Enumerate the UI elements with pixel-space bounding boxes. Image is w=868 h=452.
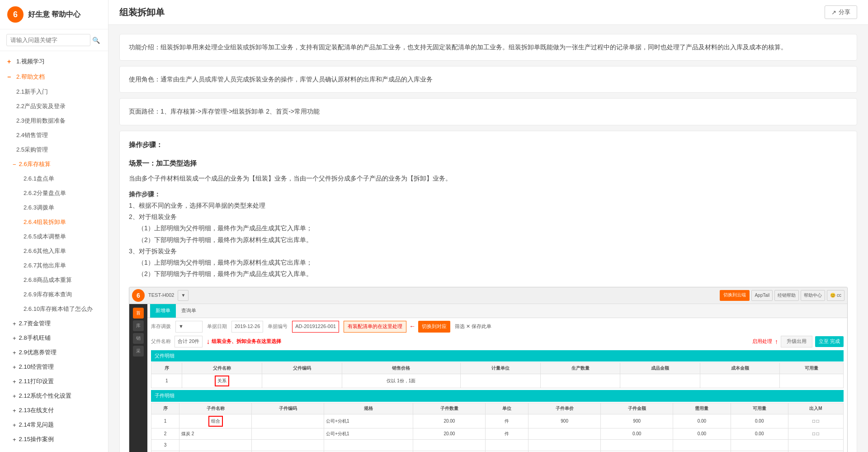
mock-th: 需用量 xyxy=(673,403,731,414)
mock-top-buttons: 切换到云端 AppTail 经销帮助 帮助中心 😊 cc xyxy=(720,290,844,301)
mock-bottom-table: 序 子件名称 子件编码 规格 子件数量 单位 子件单价 子件金额 需用量 xyxy=(151,403,844,452)
share-label: 分享 xyxy=(839,8,850,16)
mock-tab-new[interactable]: 新增单 xyxy=(150,304,176,318)
mock-logo: 6 xyxy=(132,289,145,302)
mock-th: 序 xyxy=(151,403,179,414)
path-card: 页面路径：1、库存核算->库存管理->组装拆卸单 2、首页->常用功能 xyxy=(119,98,857,125)
mock-tab-query[interactable]: 查询单 xyxy=(176,304,202,318)
sidebar-item-cases[interactable]: + 2.15操作案例 xyxy=(0,432,108,447)
mock-td: □ □ xyxy=(788,428,843,440)
mock-td: 件 xyxy=(486,428,528,440)
mock-th: 成品金额 xyxy=(620,363,700,374)
mock-table-row: 3 xyxy=(151,440,844,451)
sidebar-item-mobile[interactable]: + 2.8手机旺铺 xyxy=(0,331,108,345)
mock-th: 规格 xyxy=(324,403,413,414)
step3b: （2）下部明细为子件明细，最终作为产成品生成其它入库单。 xyxy=(138,268,848,280)
step3: 3、对于拆装业务 xyxy=(129,246,848,257)
mock-td xyxy=(620,374,700,388)
sidebar-item-faq[interactable]: + 2.14常见问题 xyxy=(0,418,108,432)
mock-td xyxy=(601,440,673,451)
top-bar: 组装拆卸单 ↗ 分享 xyxy=(108,0,868,25)
mock-top-table: 序 父件名称 父件编码 销售价格 计量单位 生产数量 成品金额 成本金额 可用量 xyxy=(151,362,844,388)
mock-th: 父件编码 xyxy=(262,363,342,374)
mock-field-label2: 单据日期 xyxy=(207,322,227,331)
mock-td xyxy=(780,374,844,388)
sidebar-item-inventory[interactable]: − 2.6库存核算 xyxy=(0,157,108,171)
logo-title: 好生意 帮助中心 xyxy=(28,10,80,19)
sidebar-item-ops[interactable]: + 2.10经营管理 xyxy=(0,360,108,374)
sidebar-item-inv267[interactable]: 2.6.7其他出库单 xyxy=(0,258,108,273)
mock-td xyxy=(252,440,324,451)
sidebar-item-docs[interactable]: − 2.帮助文档 xyxy=(0,69,108,85)
search-input[interactable] xyxy=(6,34,90,46)
mock-top-icon2: 经销帮助 xyxy=(774,290,799,301)
mock-top-table-header: 父件明细 xyxy=(151,350,844,362)
mock-td: 20.00 xyxy=(413,428,486,440)
mock-nav-icon4: 采 xyxy=(133,346,144,357)
sidebar-item-inv266[interactable]: 2.6.6其他入库单 xyxy=(0,244,108,258)
role-text: 使用角色：通常由生产人员或库管人员完成拆装业务的操作，库管人员确认原材料的出库和… xyxy=(129,74,848,85)
sidebar-item-sales[interactable]: 2.4销售管理 xyxy=(0,128,108,143)
mock-td xyxy=(528,428,601,440)
mock-parent-input: 合计 20件 xyxy=(175,336,203,347)
sidebar-item-finance[interactable]: + 2.7资金管理 xyxy=(0,316,108,331)
sidebar-item-newcomer[interactable]: 2.1新手入门 xyxy=(0,85,108,99)
mock-td xyxy=(486,440,528,451)
page-title: 组装拆卸单 xyxy=(119,6,165,19)
mock-tab-bar: 新增单 查询单 xyxy=(147,304,847,318)
mock-th: 出入M xyxy=(788,403,843,414)
mock-field-label1: 库存调拨 xyxy=(151,322,171,331)
mock-enable-field: 升级出用 xyxy=(781,336,812,347)
sidebar-item-data[interactable]: 2.3使用前数据准备 xyxy=(0,114,108,128)
nav-label: 2.6库存核算 xyxy=(19,160,51,168)
sidebar-item-inv264[interactable]: 2.6.4组装拆卸单 xyxy=(0,215,108,229)
mock-td xyxy=(179,440,252,451)
collapse-icon: − xyxy=(7,73,14,81)
steps-card: 操作步骤： 场景一：加工类型选择 当由多个子件材料组装成一个成品的业务为【组装】… xyxy=(119,131,857,452)
mock-nav-icon1: 首 xyxy=(133,308,144,319)
sidebar-item-settings[interactable]: + 2.12系统个性化设置 xyxy=(0,389,108,403)
mock-annotation3-arrow: ↑ xyxy=(775,336,778,347)
sidebar-item-inv268[interactable]: 2.6.8商品成本重算 xyxy=(0,273,108,287)
sidebar-item-print[interactable]: + 2.11打印设置 xyxy=(0,374,108,389)
sidebar-item-inv262[interactable]: 2.6.2分量盘点单 xyxy=(0,186,108,200)
path-text: 页面路径：1、库存核算->库存管理->组装拆卸单 2、首页->常用功能 xyxy=(129,106,848,117)
intro-card: 功能介绍：组装拆卸单用来处理企业组装或拆卸等加工业务，支持有固定装配清单的产品加… xyxy=(119,34,857,61)
faq-expand-icon: + xyxy=(13,422,16,428)
mock-field-type: ▼ xyxy=(175,321,203,333)
mock-th: 生产数量 xyxy=(540,363,620,374)
step3a: （1）上部明细为父件明细，最终作为原材料生成其它出库单； xyxy=(138,257,848,268)
mock-right-icons: 筛选 ✕ 保存此单 xyxy=(455,322,491,331)
share-button[interactable]: ↗ 分享 xyxy=(825,5,857,19)
nav-label: 2.7资金管理 xyxy=(19,319,51,328)
nav-label: 2.12系统个性化设置 xyxy=(19,392,71,400)
sidebar-item-inv261[interactable]: 2.6.1盘点单 xyxy=(0,171,108,186)
nav-label: 2.14常见问题 xyxy=(19,421,54,429)
mock-td: 公司+分机1 xyxy=(324,414,413,428)
mock-td xyxy=(540,374,620,388)
mock-th: 成本金额 xyxy=(700,363,780,374)
mock-top-user: 😊 cc xyxy=(827,290,844,301)
sidebar-item-video[interactable]: + 1.视频学习 xyxy=(0,54,108,69)
mock-td: 件 xyxy=(486,414,528,428)
sidebar-item-inv2610[interactable]: 2.6.10库存账本错了怎么办 xyxy=(0,302,108,316)
nav-label: 2.10经营管理 xyxy=(19,363,54,371)
mock-orange-top-btn: 切换到云端 xyxy=(720,290,750,301)
mock-td xyxy=(700,374,780,388)
sidebar-item-inv265[interactable]: 2.6.5成本调整单 xyxy=(0,229,108,244)
sidebar-item-inv263[interactable]: 2.6.3调拨单 xyxy=(0,200,108,215)
mock-table-row: 1 组合 公司+分机1 20.00 件 900 xyxy=(151,414,844,428)
search-button[interactable]: 🔍 xyxy=(90,35,102,46)
payment-expand-icon: + xyxy=(13,407,16,414)
mock-td xyxy=(262,374,342,388)
sidebar-item-install[interactable]: 2.2产品安装及登录 xyxy=(0,99,108,114)
mock-td-highlighted: 关系 xyxy=(215,376,229,386)
intro-text: 功能介绍：组装拆卸单用来处理企业组装或拆卸等加工业务，支持有固定装配清单的产品加… xyxy=(129,42,848,53)
sidebar-item-coupon[interactable]: + 2.9优惠券管理 xyxy=(0,345,108,360)
sidebar-item-inv269[interactable]: 2.6.9库存账本查询 xyxy=(0,287,108,302)
sidebar-item-payment[interactable]: + 2.13在线支付 xyxy=(0,403,108,418)
mock-th: 单位 xyxy=(486,403,528,414)
coupon-expand-icon: + xyxy=(13,349,16,356)
sidebar-item-purchase[interactable]: 2.5采购管理 xyxy=(0,143,108,157)
mock-td xyxy=(673,440,731,451)
